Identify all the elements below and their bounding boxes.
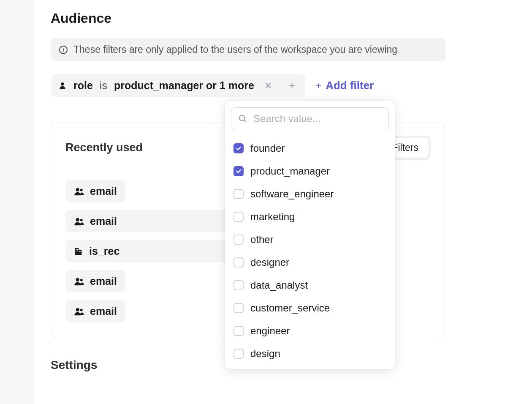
checkbox-unchecked-icon[interactable] bbox=[233, 326, 244, 336]
people-icon bbox=[74, 307, 84, 316]
dropdown-option[interactable]: data_analyst bbox=[231, 274, 389, 297]
svg-point-17 bbox=[239, 115, 245, 121]
svg-rect-7 bbox=[76, 249, 77, 250]
dropdown-option-label: founder bbox=[250, 142, 285, 154]
checkbox-checked-icon[interactable] bbox=[233, 166, 244, 176]
checkbox-unchecked-icon[interactable] bbox=[233, 235, 244, 245]
recent-filter-item[interactable]: email bbox=[65, 180, 125, 202]
checkbox-unchecked-icon[interactable] bbox=[233, 257, 244, 268]
dropdown-option-label: other bbox=[250, 234, 274, 246]
svg-point-13 bbox=[76, 278, 79, 281]
people-icon bbox=[74, 277, 84, 286]
svg-point-1 bbox=[76, 188, 79, 191]
checkbox-unchecked-icon[interactable] bbox=[233, 349, 244, 359]
recent-filter-item[interactable]: email bbox=[65, 270, 125, 292]
svg-rect-12 bbox=[81, 251, 81, 252]
filter-op: is bbox=[100, 79, 107, 92]
recent-key: email bbox=[90, 215, 117, 227]
svg-point-0 bbox=[61, 82, 64, 86]
building-icon bbox=[74, 247, 83, 256]
info-banner: i These filters are only applied to the … bbox=[51, 38, 445, 61]
svg-rect-10 bbox=[77, 251, 78, 251]
svg-line-18 bbox=[244, 120, 246, 122]
recent-key: is_rec bbox=[89, 245, 119, 257]
dropdown-option[interactable]: customer_service bbox=[231, 297, 389, 319]
filter-value: product_manager or 1 more bbox=[114, 79, 254, 92]
dropdown-option-label: customer_service bbox=[250, 302, 330, 314]
add-filter-button[interactable]: + Add filter bbox=[314, 76, 375, 96]
dropdown-option[interactable]: software_engineer bbox=[231, 183, 389, 205]
filter-chip-role[interactable]: role is product_manager or 1 more ✕ + bbox=[51, 74, 305, 97]
dropdown-option-label: designer bbox=[250, 257, 289, 268]
remove-filter-icon[interactable]: ✕ bbox=[261, 80, 275, 91]
checkbox-unchecked-icon[interactable] bbox=[233, 189, 244, 199]
page-title: Audience bbox=[51, 11, 515, 26]
svg-point-16 bbox=[80, 308, 83, 311]
svg-rect-6 bbox=[79, 250, 81, 255]
dropdown-option[interactable]: designer bbox=[231, 251, 389, 274]
svg-point-14 bbox=[80, 278, 83, 281]
search-input[interactable] bbox=[253, 113, 382, 125]
people-icon bbox=[74, 187, 84, 196]
search-icon bbox=[238, 114, 247, 123]
recent-filter-item[interactable]: email bbox=[65, 300, 125, 322]
add-filter-label: Add filter bbox=[326, 79, 374, 92]
dropdown-option[interactable]: design bbox=[231, 342, 389, 365]
dropdown-option[interactable]: product_manager bbox=[231, 160, 389, 183]
svg-point-4 bbox=[80, 218, 83, 221]
svg-point-3 bbox=[76, 218, 79, 221]
info-text: These filters are only applied to the us… bbox=[73, 44, 397, 55]
dropdown-option[interactable]: engineer bbox=[231, 319, 389, 342]
dropdown-option-label: product_manager bbox=[250, 165, 330, 177]
left-sidebar bbox=[0, 0, 34, 404]
checkbox-unchecked-icon[interactable] bbox=[233, 303, 244, 313]
svg-rect-9 bbox=[76, 251, 77, 251]
info-icon: i bbox=[59, 46, 68, 54]
dropdown-option-label: software_engineer bbox=[250, 188, 334, 200]
svg-point-15 bbox=[76, 308, 79, 311]
add-value-icon[interactable]: + bbox=[282, 79, 298, 92]
search-box[interactable] bbox=[231, 107, 389, 130]
checkbox-unchecked-icon[interactable] bbox=[233, 280, 244, 290]
checkbox-unchecked-icon[interactable] bbox=[233, 212, 244, 222]
dropdown-option-label: data_analyst bbox=[250, 279, 308, 291]
dropdown-options-list: founderproduct_managersoftware_engineerm… bbox=[231, 137, 389, 365]
plus-icon: + bbox=[315, 80, 321, 92]
recent-key: email bbox=[90, 275, 117, 287]
filter-key: role bbox=[73, 79, 93, 92]
dropdown-option[interactable]: other bbox=[231, 228, 389, 251]
dropdown-option[interactable]: marketing bbox=[231, 205, 389, 228]
dropdown-option[interactable]: founder bbox=[231, 137, 389, 160]
filter-row: role is product_manager or 1 more ✕ + + … bbox=[51, 74, 515, 97]
panel-title: Recently used bbox=[65, 141, 143, 154]
checkbox-checked-icon[interactable] bbox=[233, 143, 244, 153]
recent-key: email bbox=[90, 185, 117, 197]
dropdown-option-label: marketing bbox=[250, 211, 295, 223]
recent-key: email bbox=[90, 305, 117, 317]
svg-point-2 bbox=[80, 188, 83, 191]
svg-rect-11 bbox=[79, 251, 80, 252]
svg-rect-5 bbox=[75, 248, 79, 255]
user-icon bbox=[58, 82, 67, 90]
people-icon bbox=[74, 217, 84, 226]
value-dropdown: founderproduct_managersoftware_engineerm… bbox=[225, 101, 395, 369]
dropdown-option-label: engineer bbox=[250, 325, 290, 337]
svg-rect-8 bbox=[77, 249, 78, 250]
dropdown-option-label: design bbox=[250, 348, 280, 360]
main-content: Audience i These filters are only applie… bbox=[34, 0, 532, 404]
